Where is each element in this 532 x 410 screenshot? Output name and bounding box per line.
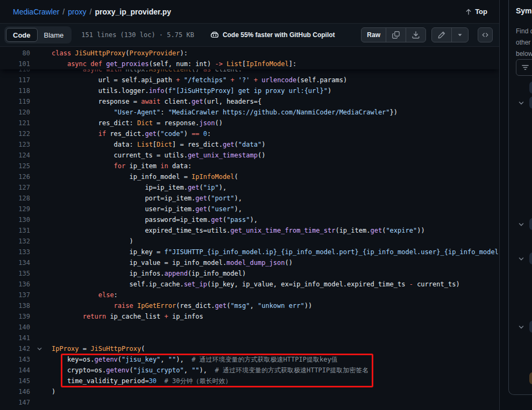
breadcrumb: MediaCrawler / proxy / proxy_ip_provider… bbox=[0, 0, 499, 24]
line-number[interactable]: 146 bbox=[0, 386, 30, 397]
tab-blame[interactable]: Blame bbox=[38, 28, 70, 42]
symbol-item[interactable] bbox=[529, 321, 532, 333]
fold-gutter bbox=[30, 214, 52, 225]
code-line: 119 response = await client.get(url, hea… bbox=[0, 96, 499, 107]
code-text: user=ip_item.get("user"), bbox=[52, 204, 242, 214]
description-line: below or in the code. bbox=[516, 48, 532, 60]
raw-button[interactable]: Raw bbox=[361, 28, 386, 42]
line-number[interactable]: 130 bbox=[0, 214, 30, 225]
line-number[interactable]: 101 bbox=[0, 59, 30, 69]
code-line: 130 password=ip_item.get("pass"), bbox=[0, 214, 499, 225]
fold-gutter bbox=[30, 193, 52, 204]
code-line: 138 raise IpGetError(res_dict.get("msg",… bbox=[0, 300, 499, 311]
code-text: ip_value = ip_info_model.model_dump_json… bbox=[52, 257, 293, 268]
fold-gutter bbox=[30, 182, 52, 193]
code-text: ) bbox=[52, 236, 133, 247]
fold-gutter bbox=[30, 236, 52, 247]
line-number[interactable]: 138 bbox=[0, 300, 30, 311]
edit-dropdown-button[interactable] bbox=[451, 28, 468, 42]
line-number[interactable]: 126 bbox=[0, 171, 30, 182]
sticky-context-lines: 80class JiSuHttpProxy(ProxyProvider):101… bbox=[0, 47, 499, 69]
code-brackets-icon bbox=[481, 31, 489, 39]
line-number[interactable]: 128 bbox=[0, 193, 30, 204]
line-number[interactable]: 133 bbox=[0, 247, 30, 257]
edit-button[interactable] bbox=[432, 28, 451, 42]
code-text: class JiSuHttpProxy(ProxyProvider): bbox=[52, 48, 188, 59]
code-text: self.ip_cache.set_ip(ip_key, ip_value, e… bbox=[52, 279, 460, 290]
line-number[interactable]: 124 bbox=[0, 150, 30, 161]
code-line: 126 ip_info_model = IpInfoModel( bbox=[0, 171, 499, 182]
line-number[interactable]: 122 bbox=[0, 128, 30, 139]
line-number[interactable]: 121 bbox=[0, 118, 30, 128]
fold-gutter bbox=[30, 279, 52, 290]
breadcrumb-folder-link[interactable]: proxy bbox=[68, 8, 86, 16]
line-number[interactable]: 134 bbox=[0, 257, 30, 268]
line-number[interactable]: 127 bbox=[0, 182, 30, 193]
fold-chevron-icon[interactable] bbox=[37, 346, 42, 352]
fold-gutter bbox=[30, 268, 52, 279]
line-number[interactable]: 118 bbox=[0, 85, 30, 96]
breadcrumb-repo-link[interactable]: MediaCrawler bbox=[13, 8, 59, 16]
line-number[interactable]: 137 bbox=[0, 290, 30, 300]
code-text: ip_info_model = IpInfoModel( bbox=[52, 171, 238, 182]
code-text: ) bbox=[52, 386, 55, 397]
symbol-item[interactable] bbox=[529, 82, 532, 93]
code-text: time_validity_period=30 # 30分钟（最长时效） bbox=[52, 376, 231, 386]
line-number[interactable]: 145 bbox=[0, 376, 30, 386]
chevron-down-icon[interactable] bbox=[518, 324, 524, 330]
symbol-item[interactable] bbox=[529, 253, 532, 264]
code-line: 142IpProxy = JiSuHttpProxy( bbox=[0, 343, 499, 354]
code-text: if res_dict.get("code") == 0: bbox=[52, 128, 211, 139]
line-number[interactable]: 143 bbox=[0, 354, 30, 365]
line-number[interactable]: 129 bbox=[0, 204, 30, 214]
line-number[interactable]: 141 bbox=[0, 333, 30, 343]
file-view-column: MediaCrawler / proxy / proxy_ip_provider… bbox=[0, 0, 500, 410]
symbol-item[interactable] bbox=[529, 97, 532, 109]
line-number[interactable]: 140 bbox=[0, 322, 30, 333]
line-number[interactable]: 147 bbox=[0, 397, 30, 408]
fold-gutter bbox=[30, 150, 52, 161]
copilot-icon bbox=[210, 31, 219, 39]
fold-gutter bbox=[30, 118, 52, 128]
fold-gutter bbox=[30, 333, 52, 343]
description-line: Find definitions and references for func… bbox=[516, 26, 532, 37]
fold-gutter bbox=[30, 322, 52, 333]
line-number[interactable]: 119 bbox=[0, 96, 30, 107]
line-number[interactable]: 132 bbox=[0, 236, 30, 247]
tab-code[interactable]: Code bbox=[6, 28, 38, 42]
line-number[interactable]: 139 bbox=[0, 311, 30, 322]
fold-gutter bbox=[30, 311, 52, 322]
code-lines: 116 async with httpx.AsyncClient() as cl… bbox=[0, 64, 499, 408]
symbols-filter-button[interactable] bbox=[516, 59, 532, 76]
fold-gutter bbox=[30, 204, 52, 214]
line-number[interactable]: 136 bbox=[0, 279, 30, 290]
raw-actions-group: Raw bbox=[361, 27, 426, 42]
line-number[interactable]: 120 bbox=[0, 107, 30, 118]
line-number[interactable]: 125 bbox=[0, 161, 30, 171]
line-number[interactable]: 117 bbox=[0, 75, 30, 85]
line-number[interactable]: 142 bbox=[0, 343, 30, 354]
chevron-down-icon[interactable] bbox=[518, 100, 524, 106]
symbols-panel-title: Symbols bbox=[516, 6, 532, 15]
download-button[interactable] bbox=[406, 28, 425, 42]
line-number[interactable]: 135 bbox=[0, 268, 30, 279]
fold-gutter bbox=[30, 171, 52, 182]
back-to-top-button[interactable]: Top bbox=[462, 5, 491, 18]
code-line: 141 bbox=[0, 333, 499, 343]
symbol-item-highlighted[interactable] bbox=[529, 372, 532, 384]
line-number[interactable]: 80 bbox=[0, 48, 30, 59]
fold-gutter[interactable] bbox=[30, 343, 52, 354]
copy-button[interactable] bbox=[386, 28, 406, 42]
fold-gutter bbox=[30, 386, 52, 397]
symbols-panel: Symbols Find definitions and references … bbox=[508, 0, 532, 395]
code-text: ip=ip_item.get("ip"), bbox=[52, 182, 226, 193]
chevron-down-icon[interactable] bbox=[518, 256, 524, 262]
symbol-item[interactable] bbox=[529, 218, 532, 230]
toolbar-actions: Raw bbox=[361, 27, 493, 42]
symbols-toggle-button[interactable] bbox=[478, 27, 493, 42]
line-number[interactable]: 131 bbox=[0, 225, 30, 236]
chevron-down-icon[interactable] bbox=[518, 221, 524, 228]
line-number[interactable]: 123 bbox=[0, 139, 30, 150]
fold-gutter bbox=[30, 300, 52, 311]
line-number[interactable]: 144 bbox=[0, 365, 30, 376]
